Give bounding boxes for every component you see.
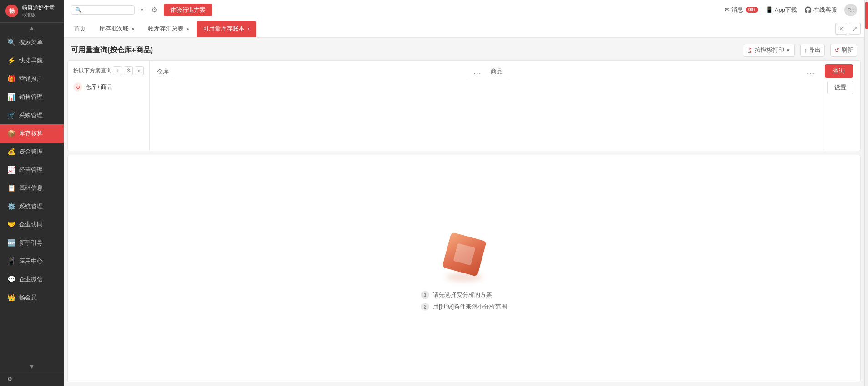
tab-close-icon[interactable]: × <box>186 26 189 31</box>
export-label: 导出 <box>809 46 821 54</box>
sidebar-item-label: 新手引导 <box>19 239 43 247</box>
scheme-item-label: 仓库+商品 <box>85 83 112 91</box>
sidebar-item-marketing[interactable]: 🎁 营销推广 <box>0 70 64 88</box>
tab-batch-account-label: 库存批次账 <box>99 25 129 33</box>
filter-scheme-panel: 按以下方案查询 ＋ ⚙ « ⊕ 仓库+商品 <box>68 61 150 151</box>
collapse-panel-btn[interactable]: « <box>135 66 144 75</box>
print-icon: 🖨 <box>747 47 753 54</box>
tab-available-qty[interactable]: 可用量库存账本 × <box>197 21 256 37</box>
scroll-up-btn[interactable]: ▲ <box>0 23 64 33</box>
page-actions: 🖨 按模板打印 ▼ ↑ 导出 ↺ 刷新 <box>743 44 857 57</box>
system-icon: ⚙️ <box>7 202 15 211</box>
sidebar-bottom[interactable]: ⚙ <box>0 372 64 386</box>
scheme-label: 按以下方案查询 <box>73 67 112 75</box>
add-scheme-btn[interactable]: ＋ <box>113 66 122 75</box>
app-center-icon: 📱 <box>7 257 15 265</box>
filter-row-1: 仓库 … 商品 … <box>157 66 817 77</box>
sidebar-item-guide[interactable]: 🆕 新手引导 <box>0 234 64 252</box>
query-actions: 查询 设置 <box>824 61 860 151</box>
sidebar-item-finance[interactable]: 💰 资金管理 <box>0 143 64 161</box>
sidebar-item-label: 企业协同 <box>19 221 43 229</box>
message-btn[interactable]: ✉ 消息 99+ <box>725 6 758 14</box>
sidebar-item-inventory[interactable]: 📦 库存核算 <box>0 124 64 143</box>
warehouse-input[interactable] <box>174 66 468 77</box>
scheme-actions: ＋ ⚙ « <box>113 66 144 75</box>
sidebar-item-app-center[interactable]: 📱 应用中心 <box>0 252 64 270</box>
settings-btn[interactable]: 设置 <box>827 81 853 94</box>
query-btn[interactable]: 查询 <box>825 64 853 78</box>
search-icon: 🔍 <box>7 38 15 46</box>
sidebar-item-label: 销售管理 <box>19 93 43 101</box>
empty-illustration <box>437 227 492 282</box>
warehouse-more-btn[interactable]: … <box>472 67 483 77</box>
main-content: 🔍 ▼ ⚙ 体验行业方案 ✉ 消息 99+ 📱 App下载 🎧 在线客服 Ri <box>64 0 864 386</box>
enterprise-icon: 🤝 <box>7 221 15 229</box>
sidebar-item-label: 系统管理 <box>19 202 43 211</box>
search-input[interactable] <box>84 7 131 13</box>
sidebar-item-purchase[interactable]: 🛒 采购管理 <box>0 106 64 124</box>
sidebar-item-search[interactable]: 🔍 搜索菜单 <box>0 33 64 51</box>
scroll-down-btn[interactable]: ▼ <box>0 361 64 372</box>
sidebar-item-system[interactable]: ⚙️ 系统管理 <box>0 197 64 216</box>
phone-icon: 📱 <box>766 6 773 13</box>
sidebar-item-label: 快捷导航 <box>19 57 43 65</box>
sidebar-item-label: 企业微信 <box>19 275 43 283</box>
settings-gear-icon[interactable]: ⚙ <box>149 4 159 16</box>
goods-input[interactable] <box>508 66 802 77</box>
sidebar-item-sales[interactable]: 📊 销售管理 <box>0 88 64 106</box>
tab-close-icon[interactable]: × <box>247 26 250 31</box>
tab-summary-label: 收发存汇总表 <box>148 25 183 33</box>
tip-num-2: 2 <box>421 303 429 311</box>
user-menu[interactable]: Rit <box>844 4 857 16</box>
industry-btn[interactable]: 体验行业方案 <box>164 4 212 16</box>
print-btn[interactable]: 🖨 按模板打印 ▼ <box>743 44 795 57</box>
dropdown-icon[interactable]: ▼ <box>139 7 145 13</box>
operation-icon: 📈 <box>7 166 15 174</box>
tab-batch-account[interactable]: 库存批次账 × <box>93 21 141 37</box>
sidebar-item-label: 经营管理 <box>19 166 43 174</box>
headset-icon: 🎧 <box>804 6 812 13</box>
app-name-sub: 标准版 <box>22 12 55 18</box>
right-scrollbar[interactable] <box>864 0 868 386</box>
empty-tip-2: 2 用[过滤]条件来缩小分析范围 <box>421 303 507 311</box>
filter-fields-panel: 仓库 … 商品 … <box>150 61 824 151</box>
wechat-icon: 💬 <box>7 275 15 283</box>
maximize-tab-btn[interactable]: ⤢ <box>849 23 861 35</box>
filter-goods-field: 商品 … <box>491 66 817 77</box>
tip-text-2: 用[过滤]条件来缩小分析范围 <box>433 303 507 311</box>
tab-home-label: 首页 <box>74 25 86 33</box>
close-tab-btn[interactable]: × <box>835 23 847 35</box>
refresh-btn[interactable]: ↺ 刷新 <box>830 44 857 57</box>
goods-more-btn[interactable]: … <box>805 67 817 77</box>
filter-area: 按以下方案查询 ＋ ⚙ « ⊕ 仓库+商品 仓库 <box>67 60 861 151</box>
online-service-btn[interactable]: 🎧 在线客服 <box>804 6 837 14</box>
message-badge: 99+ <box>746 7 758 13</box>
sidebar-item-enterprise[interactable]: 🤝 企业协同 <box>0 216 64 234</box>
tip-text-1: 请先选择要分析的方案 <box>433 291 492 299</box>
topbar-search-box[interactable]: 🔍 <box>71 5 135 15</box>
sidebar-item-member[interactable]: 👑 畅会员 <box>0 288 64 307</box>
export-btn[interactable]: ↑ 导出 <box>800 44 825 57</box>
sidebar-item-wechat[interactable]: 💬 企业微信 <box>0 270 64 288</box>
sidebar-item-quick-nav[interactable]: ⚡ 快捷导航 <box>0 51 64 70</box>
sidebar-item-label: 资金管理 <box>19 148 43 156</box>
app-logo: 畅 <box>5 5 18 17</box>
finance-icon: 💰 <box>7 148 15 156</box>
empty-tip-1: 1 请先选择要分析的方案 <box>421 291 507 299</box>
sidebar-item-basic[interactable]: 📋 基础信息 <box>0 179 64 197</box>
empty-box <box>442 232 487 277</box>
manage-scheme-btn[interactable]: ⚙ <box>124 66 133 75</box>
topbar-actions: ✉ 消息 99+ 📱 App下载 🎧 在线客服 Rit <box>725 4 857 16</box>
scheme-item-warehouse-goods[interactable]: ⊕ 仓库+商品 <box>68 79 149 95</box>
sidebar-item-label: 基础信息 <box>19 184 43 192</box>
tab-home[interactable]: 首页 <box>67 21 92 37</box>
sidebar-item-label: 采购管理 <box>19 111 43 119</box>
marketing-icon: 🎁 <box>7 75 15 83</box>
app-download-btn[interactable]: 📱 App下载 <box>766 6 797 14</box>
print-dropdown-icon[interactable]: ▼ <box>786 48 791 53</box>
sidebar-item-operation[interactable]: 📈 经营管理 <box>0 161 64 179</box>
sidebar-item-label: 应用中心 <box>19 257 43 265</box>
tab-close-icon[interactable]: × <box>132 26 134 31</box>
online-service-label: 在线客服 <box>813 6 837 14</box>
tab-summary[interactable]: 收发存汇总表 × <box>142 21 195 37</box>
